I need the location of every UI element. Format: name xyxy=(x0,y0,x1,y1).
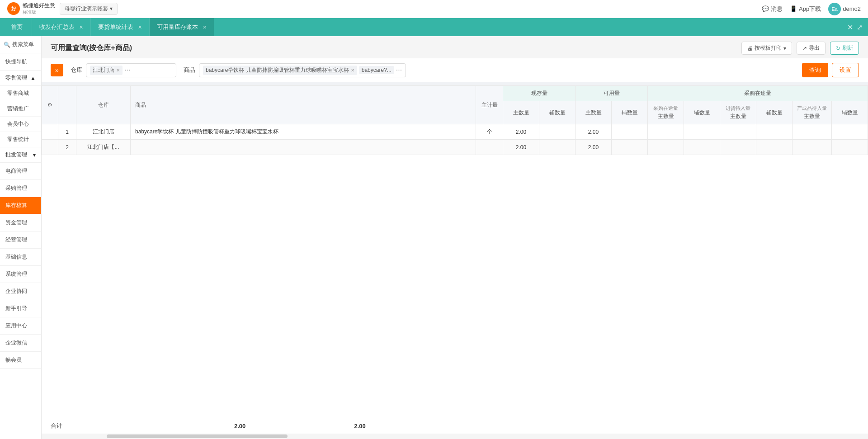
tab-home-label: 首页 xyxy=(11,23,23,31)
cell-available-main: 2.00 xyxy=(576,140,612,155)
sidebar-item-label: 库存核算 xyxy=(5,202,27,209)
cell-purchase-aux xyxy=(684,124,720,140)
tab-receive-send[interactable]: 收发存汇总表 ✕ xyxy=(32,18,91,36)
sidebar-item-enterprise[interactable]: 企业协同 xyxy=(0,283,41,300)
app-download-button[interactable]: 📱 App下载 xyxy=(790,5,821,13)
sidebar-item-label: 经营管理 xyxy=(5,236,27,244)
cell-production-main xyxy=(793,124,832,140)
th-production-main: 产成品待入量 主数量 xyxy=(793,101,832,124)
cell-production-aux xyxy=(832,124,868,140)
sidebar-item-marketing[interactable]: 营销推广 xyxy=(0,101,41,117)
sidebar-item-label: 电商管理 xyxy=(5,167,27,175)
filter-area: » 仓库 江北门店 ✕ ··· 商品 babycare学饮杯 儿童防摔防撞吸管杯… xyxy=(42,58,868,82)
filter-toggle-button[interactable]: » xyxy=(51,64,63,76)
remove-warehouse-icon[interactable]: ✕ xyxy=(116,68,120,73)
tab-available-stock-label: 可用量库存账本 xyxy=(157,23,198,31)
th-production-aux: 辅数量 xyxy=(832,101,868,124)
page-actions: 🖨 按模板打印 ▾ ↗ 导出 ↻ 刷新 xyxy=(741,42,859,55)
footer-bar: 合计 2.00 2.00 xyxy=(42,418,868,434)
top-bar-left: 好 畅捷通好生意 标准版 母婴行业演示账套 ▾ xyxy=(7,2,118,15)
cell-incoming-aux xyxy=(756,140,793,155)
th-incoming-main: 进货待入量 主数量 xyxy=(720,101,756,124)
cell-current-aux xyxy=(539,124,576,140)
cell-num: 2 xyxy=(58,140,76,155)
logo-text: 畅捷通好生意 xyxy=(23,2,55,9)
sidebar-item-ecommerce[interactable]: 电商管理 xyxy=(0,163,41,180)
th-incoming-aux: 辅数量 xyxy=(756,101,793,124)
sidebar-item-wechat[interactable]: 企业微信 xyxy=(0,335,41,352)
more-options-icon[interactable]: ··· xyxy=(124,66,130,74)
footer-summary: 合计 2.00 2.00 xyxy=(51,422,366,430)
cell-incoming-main xyxy=(720,124,756,140)
sidebar-item-member[interactable]: 会员中心 xyxy=(0,117,41,132)
tab-order-stats[interactable]: 要货单统计表 ✕ xyxy=(91,18,150,36)
tab-receive-send-label: 收发存汇总表 xyxy=(39,23,75,31)
sidebar-item-label: 采购管理 xyxy=(5,184,27,192)
sidebar-item-guide[interactable]: 新手引导 xyxy=(0,300,41,317)
table-row: 2 江北门店【... 2.00 2.00 xyxy=(42,140,868,155)
table-container: ⚙ 仓库 商品 主计量 现存量 xyxy=(42,85,868,418)
sidebar-item-label: 资金管理 xyxy=(5,219,27,227)
industry-selector[interactable]: 母婴行业演示账套 ▾ xyxy=(60,3,118,15)
close-icon[interactable]: ✕ xyxy=(79,24,83,30)
close-icon[interactable]: ✕ xyxy=(138,24,142,30)
sidebar-item-quick-nav[interactable]: 快捷导航 xyxy=(0,53,41,71)
logo-text-block: 畅捷通好生意 标准版 xyxy=(23,2,55,15)
footer-label: 合计 xyxy=(51,422,62,430)
sidebar-search[interactable]: 🔍 搜索菜单 xyxy=(0,36,41,53)
sidebar-item-operations[interactable]: 经营管理 xyxy=(0,231,41,249)
sidebar-item-basics[interactable]: 基础信息 xyxy=(0,249,41,266)
th-gear[interactable]: ⚙ xyxy=(42,86,58,124)
sidebar-item-stock[interactable]: 库存核算 xyxy=(0,197,41,214)
close-icon[interactable]: ✕ xyxy=(203,24,207,30)
sidebar-item-label: 企业协同 xyxy=(5,288,27,295)
sidebar-item-system[interactable]: 系统管理 xyxy=(0,266,41,283)
message-button[interactable]: 💬 消息 xyxy=(762,5,783,13)
cell-production-main xyxy=(793,140,832,155)
product-filter-input[interactable]: babycare学饮杯 儿童防摔防撞吸管杯重力球吸嘴杯宝宝水杯 ✕ babyca… xyxy=(199,63,406,77)
sidebar-item-label: 新手引导 xyxy=(5,305,27,312)
sidebar-item-wholesale[interactable]: 批发管理 ▾ xyxy=(0,147,41,163)
cell-available-main: 2.00 xyxy=(576,124,612,140)
warehouse-filter-input[interactable]: 江北门店 ✕ ··· xyxy=(86,63,176,77)
cell-product xyxy=(131,140,476,155)
sidebar-item-label: 批发管理 xyxy=(5,151,27,159)
remove-product-icon[interactable]: ✕ xyxy=(351,68,354,73)
more-options-icon[interactable]: ··· xyxy=(396,66,402,74)
cell-gear xyxy=(42,124,58,140)
tab-home[interactable]: 首页 xyxy=(2,18,32,36)
th-available-aux: 辅数量 xyxy=(612,101,648,124)
sidebar-item-finance[interactable]: 资金管理 xyxy=(0,214,41,231)
sidebar-item-label: 零售统计 xyxy=(7,136,29,142)
sidebar-item-label: 会员中心 xyxy=(7,121,29,127)
print-icon: 🖨 xyxy=(747,45,753,52)
refresh-label: 刷新 xyxy=(842,44,853,52)
sidebar-item-zero-retail[interactable]: 零售管理 ▲ xyxy=(0,71,41,86)
sidebar-item-membership[interactable]: 畅会员 xyxy=(0,352,41,369)
sidebar-item-zero-mall[interactable]: 零售商城 xyxy=(0,86,41,101)
print-button[interactable]: 🖨 按模板打印 ▾ xyxy=(741,42,792,55)
query-button[interactable]: 查询 xyxy=(802,63,828,77)
th-num xyxy=(58,86,76,124)
settings-button[interactable]: 设置 xyxy=(832,63,859,77)
chevron-icon: ▾ xyxy=(33,152,36,158)
top-bar-right: 💬 消息 📱 App下载 Ea demo2 xyxy=(762,3,861,15)
export-button[interactable]: ↗ 导出 xyxy=(797,42,826,55)
maximize-icon[interactable]: ⤢ xyxy=(857,23,863,32)
sidebar-item-purchase[interactable]: 采购管理 xyxy=(0,180,41,197)
sidebar-item-appstore[interactable]: 应用中心 xyxy=(0,317,41,335)
tab-available-stock[interactable]: 可用量库存账本 ✕ xyxy=(150,18,214,36)
top-bar: 好 畅捷通好生意 标准版 母婴行业演示账套 ▾ 💬 消息 📱 App下载 Ea … xyxy=(0,0,868,18)
avatar: Ea xyxy=(828,3,841,15)
export-label: 导出 xyxy=(809,44,820,52)
cell-num: 1 xyxy=(58,124,76,140)
user-profile[interactable]: Ea demo2 xyxy=(828,3,861,15)
close-window-icon[interactable]: ✕ xyxy=(847,23,853,32)
th-current-main: 主数量 xyxy=(503,101,539,124)
scroll-thumb[interactable] xyxy=(107,434,288,438)
refresh-button[interactable]: ↻ 刷新 xyxy=(830,42,859,55)
logo-area: 好 畅捷通好生意 标准版 xyxy=(7,2,55,15)
scroll-bar-area xyxy=(42,434,868,439)
logo-sub: 标准版 xyxy=(23,9,55,15)
sidebar-item-zero-stats[interactable]: 零售统计 xyxy=(0,132,41,147)
